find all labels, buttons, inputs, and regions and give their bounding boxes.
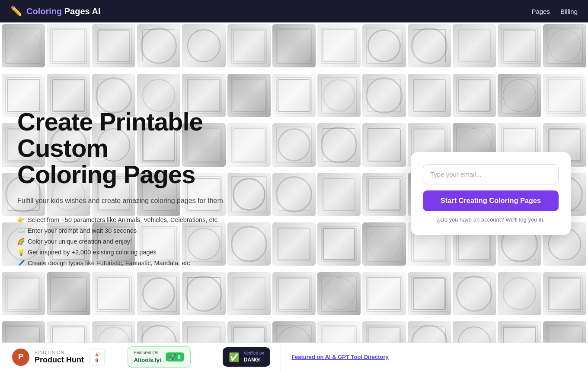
grid-cell — [408, 272, 451, 315]
grid-cell — [362, 123, 406, 166]
aitools-featured-label: Featured On — [134, 350, 161, 355]
grid-cell — [408, 74, 451, 117]
dang-verified-label: Verified on — [244, 351, 264, 355]
signup-card: Start Creating Coloring Pages ¿Do you ha… — [411, 152, 571, 235]
hero-title: Create Printable Custom Coloring Pages — [17, 109, 251, 188]
dang-inner: ✅ Verified on DANG! — [223, 347, 270, 367]
cta-button[interactable]: Start Creating Coloring Pages — [423, 190, 559, 211]
grid-cell — [47, 272, 90, 315]
hero-feature-item: ⌨️Enter your prompt and wait 30 seconds — [17, 227, 251, 235]
grid-cell — [317, 24, 361, 67]
grid-cell — [317, 123, 361, 166]
grid-cell — [362, 173, 406, 216]
grid-cell — [408, 24, 451, 67]
feature-text: Color your unique creation and enjoy! — [28, 238, 132, 245]
login-hint: ¿Do you have an account? We'll log you i… — [423, 216, 559, 223]
feature-icon: ⌨️ — [17, 227, 25, 235]
ph-name-label: Product Hunt — [35, 355, 84, 365]
feature-icon: 🖊️ — [17, 260, 25, 267]
grid-cell — [317, 222, 361, 266]
aitools-badge[interactable]: Featured On AItools.fyi 🚀 8 — [117, 343, 212, 371]
grid-cell — [498, 74, 541, 117]
grid-cell — [317, 173, 361, 216]
email-input[interactable] — [423, 164, 559, 184]
grid-cell — [543, 272, 586, 315]
grid-cell — [272, 272, 316, 315]
nav-billing-link[interactable]: Billing — [560, 8, 578, 15]
dang-badge[interactable]: ✅ Verified on DANG! — [212, 343, 281, 371]
ph-find-us-label: FIND US ON — [35, 350, 84, 355]
grid-cell — [453, 272, 496, 315]
grid-cell — [272, 123, 316, 166]
grid-cell — [2, 24, 45, 67]
grid-cell — [272, 222, 316, 266]
grid-cell — [47, 24, 90, 67]
hero-feature-item: 💡Get inspired by +2,000 existing colorin… — [17, 249, 251, 256]
hero-features: 👉Select from +50 parameters like Animals… — [17, 216, 251, 267]
product-hunt-badge[interactable]: P FIND US ON Product Hunt ▲ 9 — [0, 343, 117, 371]
ph-arrow-icon: ▲ — [94, 351, 100, 358]
hero-feature-item: 👉Select from +50 parameters like Animals… — [17, 216, 251, 224]
navbar: ✏️ Coloring Pages AI Pages Billing — [0, 0, 588, 22]
aitools-rocket-icon: 🚀 — [169, 354, 176, 360]
bottom-bar: P FIND US ON Product Hunt ▲ 9 Featured O… — [0, 342, 588, 371]
dang-text-block: Verified on DANG! — [244, 351, 264, 363]
hero-feature-item: 🖊️Create design types like Futuristic, F… — [17, 260, 251, 267]
aitools-count-badge: 🚀 8 — [166, 352, 184, 361]
ph-upvote-button[interactable]: ▲ 9 — [89, 349, 105, 366]
aitools-text-block: Featured On AItools.fyi — [134, 350, 161, 364]
feature-text: Enter your prompt and wait 30 seconds — [28, 227, 137, 234]
hero-subtitle: Fulfill your kids wishes and create amaz… — [17, 196, 251, 206]
grid-cell — [362, 272, 406, 315]
nav-pages-link[interactable]: Pages — [531, 8, 550, 15]
grid-cell — [317, 74, 361, 117]
grid-cell — [543, 74, 586, 117]
grid-cell — [2, 272, 45, 315]
grid-cell — [272, 173, 316, 216]
grid-cell — [92, 272, 135, 315]
dang-name-label: DANG! — [244, 357, 261, 363]
logo-icon: ✏️ — [10, 6, 22, 17]
feature-icon: 👉 — [17, 216, 25, 224]
feature-text: Get inspired by +2,000 existing coloring… — [28, 249, 157, 256]
nav-links: Pages Billing — [531, 8, 578, 15]
grid-cell — [182, 24, 225, 67]
grid-cell — [137, 272, 180, 315]
ph-text: FIND US ON Product Hunt — [35, 350, 84, 365]
grid-cell — [498, 272, 541, 315]
grid-cell — [362, 24, 406, 67]
grid-cell — [227, 272, 271, 315]
grid-cell — [182, 272, 225, 315]
aitools-inner: Featured On AItools.fyi 🚀 8 — [128, 346, 191, 368]
logo-text: Coloring Pages AI — [26, 6, 101, 16]
grid-cell — [362, 74, 406, 117]
dang-verified-icon: ✅ — [229, 352, 240, 362]
grid-cell — [137, 24, 180, 67]
grid-cell — [92, 24, 135, 67]
aitools-logo-text: AItools.fyi — [134, 357, 161, 363]
ai-directory-badge[interactable]: Featured on AI & GPT Tool Directory — [281, 343, 399, 371]
ph-count: 9 — [96, 358, 99, 364]
feature-text: Create design types like Futuristic, Fan… — [28, 260, 190, 266]
grid-cell — [227, 24, 271, 67]
nav-logo[interactable]: ✏️ Coloring Pages AI — [10, 6, 101, 17]
grid-cell — [317, 272, 361, 315]
ph-logo-icon: P — [12, 349, 29, 366]
grid-cell — [453, 24, 496, 67]
grid-cell — [272, 74, 316, 117]
grid-cell — [272, 24, 316, 67]
feature-icon: 💡 — [17, 249, 25, 256]
feature-text: Select from +50 parameters like Animals,… — [28, 216, 219, 223]
grid-cell — [543, 24, 586, 67]
grid-cell — [362, 222, 406, 266]
feature-icon: 🌈 — [17, 238, 25, 245]
grid-cell — [498, 24, 541, 67]
hero-section: Create Printable Custom Coloring Pages F… — [17, 109, 251, 267]
hero-feature-item: 🌈Color your unique creation and enjoy! — [17, 238, 251, 245]
grid-cell — [453, 74, 496, 117]
